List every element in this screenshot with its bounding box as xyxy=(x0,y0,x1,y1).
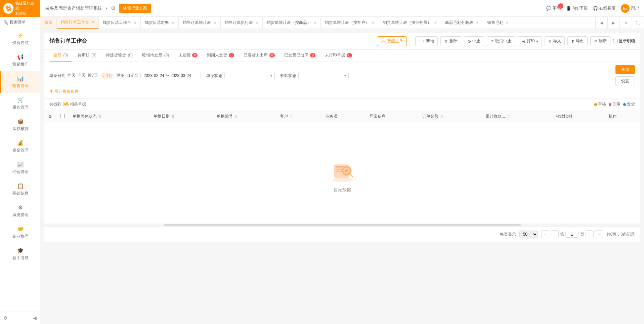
page-size-select[interactable]: 50 100 200 xyxy=(519,231,538,238)
message-icon: 💬 xyxy=(546,6,551,11)
tab-sales-order-workspace[interactable]: 销售订单工作台 ✕ xyxy=(57,17,99,29)
sidebar-item-purchase[interactable]: 🛒 采购管理 xyxy=(0,93,40,114)
export-button[interactable]: ⬆ 导出 xyxy=(567,36,588,46)
cancel-review-quick-btn[interactable]: 充审 xyxy=(609,102,620,107)
message-item[interactable]: 💬 消息 6 xyxy=(546,5,561,11)
tab-close-icon[interactable]: ✕ xyxy=(92,21,94,24)
ship-quick-btn[interactable]: 发货 xyxy=(623,102,635,107)
show-detail-checkbox[interactable] xyxy=(613,39,617,43)
tab-close-icon[interactable]: ✕ xyxy=(214,21,216,25)
page-last-btn[interactable]: » xyxy=(595,230,603,238)
horizontal-scrollbar-thumb[interactable] xyxy=(164,224,521,226)
query-button[interactable]: 查询 xyxy=(615,65,635,74)
tab-close-all-btn[interactable]: ✕ xyxy=(620,17,632,29)
smart-generate-button[interactable]: ✨ 智能生单 xyxy=(377,36,407,46)
table-col-checkbox[interactable] xyxy=(56,110,69,123)
sidebar-item-system[interactable]: ⚙ 系统管理 xyxy=(0,200,40,222)
tab-scroll-left-btn[interactable]: ◀ xyxy=(596,17,608,29)
table-col-settings[interactable]: ⚙ xyxy=(44,110,56,123)
tab-close-icon[interactable]: ✕ xyxy=(506,21,509,25)
collapse-icon[interactable]: ◀ xyxy=(33,315,37,321)
set-button[interactable]: 设置 xyxy=(615,76,635,86)
page-first-btn[interactable]: « xyxy=(541,230,549,238)
search-icon: 🔍 xyxy=(3,20,8,25)
tab-close-icon[interactable]: ✕ xyxy=(314,21,316,25)
sub-tab-shipped-not-out[interactable]: 已发货未出库 0 xyxy=(240,50,279,62)
tab-close-icon[interactable]: ✕ xyxy=(172,21,174,25)
tab-cash-daily[interactable]: 钱货日清工作台 ✕ xyxy=(99,17,141,29)
tab-home[interactable]: 首页 xyxy=(40,17,57,29)
tab-close-icon[interactable]: ✕ xyxy=(256,21,258,25)
filter-date-1month[interactable]: 近1月 xyxy=(100,73,115,79)
sidebar-search[interactable]: 🔍 搜索菜单 xyxy=(0,17,40,28)
trial-button[interactable]: 体验行业方案 xyxy=(119,4,151,13)
expand-conditions-button[interactable]: ▼ 展开更多条件 xyxy=(49,89,635,94)
tab-goods-stats-product[interactable]: 销货单统计表（按商品） ✕ xyxy=(263,17,321,29)
sidebar-item-basic[interactable]: 📋 基础信息 xyxy=(0,179,40,200)
tab-close-icon[interactable]: ✕ xyxy=(134,21,136,25)
sub-tab-all[interactable]: 全部 (0) xyxy=(49,50,72,62)
filter-date-range-input[interactable] xyxy=(140,72,201,79)
tab-close-icon[interactable]: ✕ xyxy=(434,21,437,25)
sidebar-item-marketing[interactable]: 📢 营销推广 xyxy=(0,50,40,71)
sub-tab-overdue-not-shipped[interactable]: 到期未发货 0 xyxy=(203,50,238,62)
sidebar-item-inventory[interactable]: 📦 库存核算 xyxy=(0,114,40,136)
import-icon: ⬇ xyxy=(548,39,552,44)
tab-scroll-right-btn[interactable]: ▶ xyxy=(608,17,620,29)
header-settings-icon[interactable]: ⚙ xyxy=(111,5,116,11)
sub-tab-not-shipped[interactable]: 未发货 0 xyxy=(174,50,202,62)
sidebar-item-guide[interactable]: 🎓 新手引导 xyxy=(0,243,40,265)
sub-tab-pending-review[interactable]: 待审核 (0) xyxy=(74,50,100,62)
table-col-doc-no[interactable]: 单据编号 ⇅ xyxy=(213,110,276,123)
filter-date-yesterday[interactable]: 昨天 xyxy=(68,73,76,79)
tab-close-icon[interactable]: ✕ xyxy=(372,21,375,25)
tab-sales-exec[interactable]: 销售订单执行表 ✕ xyxy=(221,17,263,29)
page-number-input[interactable] xyxy=(565,231,579,238)
delete-button[interactable]: 🗑 删除 xyxy=(440,36,461,46)
sidebar-item-enterprise[interactable]: 🤝 企业协同 xyxy=(0,222,40,243)
sort-icon: ⇅ xyxy=(507,115,510,118)
filter-date-7days[interactable]: 近7天 xyxy=(88,73,98,79)
sidebar-logo: 畅 畅捷通好生意 标准版 xyxy=(0,0,40,17)
filter-date-more[interactable]: 更多 xyxy=(116,73,124,79)
online-service-item[interactable]: 🎧 在线客服 xyxy=(593,5,615,11)
sub-tab-wangpu-ship[interactable]: 旺铺待发货 (0) xyxy=(138,50,173,62)
import-button[interactable]: ⬇ 导入 xyxy=(545,36,565,46)
tab-goods-stats-staff[interactable]: 销货单统计表（按业务员） ✕ xyxy=(379,17,441,29)
tab-goods-margin[interactable]: 商品毛利分析表 ✕ xyxy=(441,17,483,29)
sidebar-item-quick-nav[interactable]: ⚡ 快捷导航 xyxy=(0,28,40,50)
suspend-button[interactable]: ⊘ 中止 xyxy=(464,36,484,46)
refresh-button[interactable]: ↻ 刷新 xyxy=(590,36,610,46)
filter-status-select[interactable] xyxy=(224,72,275,79)
sidebar-item-sales[interactable]: 📊 销售管理 xyxy=(0,71,40,93)
filter-date-today[interactable]: 今天 xyxy=(78,73,86,79)
cancel-suspend-button[interactable]: ↺ 取消中止 xyxy=(487,36,515,46)
tab-sales-more[interactable]: 销售毛利 ✕ xyxy=(483,17,513,29)
page-next-btn[interactable]: › xyxy=(586,230,594,238)
sub-tab-not-printed[interactable]: 未打印单据 0 xyxy=(321,50,356,62)
settings-bottom-icon[interactable]: ⚙ xyxy=(3,315,8,321)
review-quick-btn[interactable]: 审核 xyxy=(594,102,606,107)
print-button[interactable]: 🖨 打印 ▾ xyxy=(518,36,542,46)
sidebar-item-finance[interactable]: 💰 资金管理 xyxy=(0,136,40,157)
tab-close-icon[interactable]: ✕ xyxy=(476,21,479,25)
app-download-item[interactable]: 📱 App下载 xyxy=(566,5,588,11)
table-col-customer[interactable]: 客户 ⇅ xyxy=(276,110,321,123)
sidebar-item-operations[interactable]: 📈 经营管理 xyxy=(0,157,40,179)
table-col-amount[interactable]: 订单金额 ⇅ xyxy=(418,110,481,123)
tab-goods-stats-customer[interactable]: 销货单统计表（按客户） ✕ xyxy=(321,17,379,29)
filter-payment-select[interactable] xyxy=(298,72,349,79)
sub-tab-pending-inspect[interactable]: 待拣货验货 (0) xyxy=(102,50,137,62)
tab-cash-reconcile[interactable]: 钱货日清对账 ✕ xyxy=(141,17,179,29)
header-dropdown-icon[interactable]: ▾ xyxy=(105,6,108,11)
sub-tab-shipped-out[interactable]: 已发货已出库 0 xyxy=(280,50,319,62)
select-all-checkbox[interactable] xyxy=(60,114,65,118)
tab-sales-stats[interactable]: 销售订单统计表 ✕ xyxy=(179,17,221,29)
tab-expand-btn[interactable]: ⛶ xyxy=(632,17,644,29)
user-menu[interactable]: Ea 用户 xyxy=(621,4,639,13)
table-col-doc-date[interactable]: 单据日期 ⇅ xyxy=(149,110,213,123)
filter-date-custom[interactable]: 自定义 xyxy=(126,73,138,79)
add-button[interactable]: + + 新增 xyxy=(415,36,438,46)
page-prev-btn[interactable]: ‹ xyxy=(551,230,559,238)
table-col-collected[interactable]: 累计收款... ⇅ xyxy=(481,110,552,123)
